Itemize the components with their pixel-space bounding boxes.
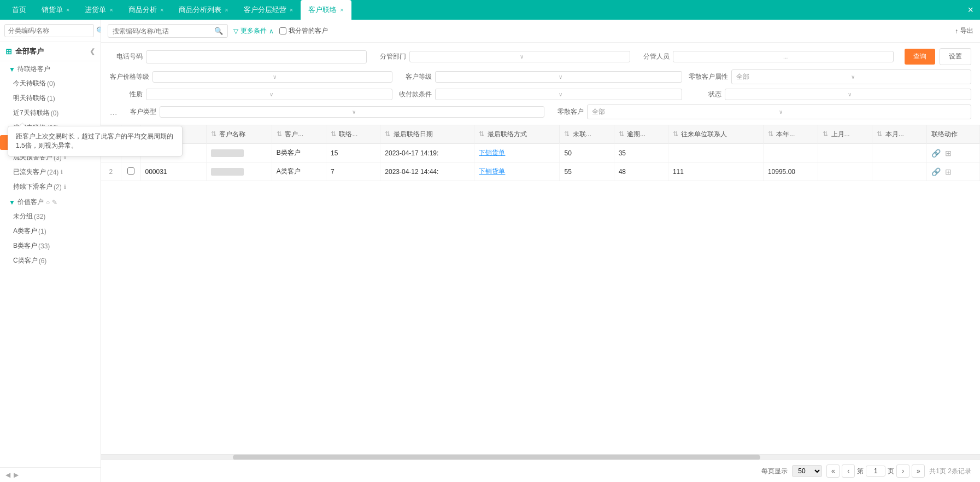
payment-dropdown-icon: ∨ <box>559 91 677 97</box>
col-header-overdue: ⇅ 逾期... <box>614 125 668 144</box>
nav-home[interactable]: 首页 <box>4 0 34 20</box>
price-level-select[interactable]: ∨ <box>152 71 392 83</box>
nav-sales-close[interactable]: × <box>66 7 69 13</box>
more-conditions-btn[interactable]: ▽ 更多条件 ∧ <box>233 26 274 36</box>
row-last-method: 下销货单 <box>474 162 560 181</box>
my-customers-checkbox[interactable] <box>279 27 286 34</box>
row-name <box>206 162 272 181</box>
col-header-last-method: ⇅ 最后联络方式 <box>474 125 560 144</box>
sidebar-item-today[interactable]: 今天待联络 (0) <box>0 76 101 91</box>
row-this-year <box>763 144 818 162</box>
first-page-btn[interactable]: « <box>826 464 840 478</box>
sidebar-search-input[interactable] <box>4 24 94 37</box>
left-arrow-icon[interactable]: ◀ <box>5 471 10 479</box>
sort-icon-overdue: ⇅ <box>619 130 624 138</box>
sidebar-item-7days[interactable]: 近7天待联络 (0) <box>0 106 101 120</box>
close-all-tabs[interactable]: × <box>967 4 973 16</box>
export-button[interactable]: ↑ 导出 <box>955 26 973 36</box>
grid-action-icon[interactable]: ⊞ <box>945 149 952 158</box>
filter-expand-dots[interactable]: ... <box>110 107 117 117</box>
link-action-icon[interactable]: 🔗 <box>931 167 941 176</box>
all-customers-header[interactable]: ⊞ 全部客户 ❮ <box>0 42 101 61</box>
next-page-btn[interactable]: › <box>896 464 909 478</box>
collapse-icon: ❮ <box>90 48 95 55</box>
sidebar-item-tomorrow[interactable]: 明天待联络 (1) <box>0 91 101 106</box>
sidebar-item-class-b[interactable]: B类客户 (33) <box>0 239 101 253</box>
sidebar-search-icon[interactable]: 🔍 <box>96 26 101 35</box>
row-num: 2 <box>101 162 121 181</box>
sidebar-item-churned[interactable]: 已流失客户 (24) ℹ <box>0 165 101 179</box>
main-search-input[interactable] <box>113 27 214 35</box>
row-this-month <box>872 162 926 181</box>
nav-purchase-close[interactable]: × <box>109 7 113 13</box>
nav-analysis-close[interactable]: × <box>160 7 163 13</box>
sort-icon-tmonth: ⇅ <box>877 130 882 138</box>
manager-select[interactable]: ... <box>673 51 894 62</box>
top-navigation: 首页 销货单 × 进货单 × 商品分析 × 商品分析列表 × 客户分层经营 × … <box>0 0 980 20</box>
grid-action-icon[interactable]: ⊞ <box>945 167 952 176</box>
page-number-input[interactable] <box>866 466 885 477</box>
gender-dropdown-icon: ∨ <box>269 91 388 97</box>
payment-select[interactable]: ∨ <box>435 89 682 100</box>
sidebar-item-class-a[interactable]: A类客户 (1) <box>0 224 101 239</box>
filter-bar: 🔍 ▽ 更多条件 ∧ 我分管的客户 ↑ 导出 <box>101 20 980 43</box>
nav-customer-tier[interactable]: 客户分层经营 × <box>236 0 301 20</box>
customer-level-select[interactable]: ∨ <box>435 71 682 83</box>
edit-icon[interactable]: ○ <box>46 199 50 206</box>
sidebar-item-declining[interactable]: 持续下滑客户 (2) ℹ <box>0 179 101 194</box>
filter-cell-dept: 分管部门 ∨ <box>373 51 630 62</box>
pencil-icon[interactable]: ✎ <box>52 199 57 206</box>
filter-row-3: 性质 ∨ 收付款条件 ∨ 状态 <box>110 89 971 100</box>
gender-select[interactable]: ∨ <box>146 89 392 100</box>
row-last-date: 2023-04-12 14:44: <box>380 162 474 181</box>
nav-customer-tier-close[interactable]: × <box>290 7 293 13</box>
content-area: 🔍 ▽ 更多条件 ∧ 我分管的客户 ↑ 导出 电话号码 <box>101 20 980 482</box>
sort-icon-type: ⇅ <box>277 130 282 138</box>
dept-dropdown-icon: ∨ <box>520 54 625 60</box>
customer-level-dropdown-icon: ∨ <box>559 74 677 80</box>
last-page-btn[interactable]: » <box>912 464 925 478</box>
main-search-icon[interactable]: 🔍 <box>214 27 223 35</box>
filter-cell-phone: 电话号码 <box>110 50 367 63</box>
phone-input[interactable] <box>146 50 367 63</box>
sidebar-item-class-c[interactable]: C类客户 (6) <box>0 253 101 268</box>
row-this-year: 10995.00 <box>763 162 818 181</box>
right-arrow-icon[interactable]: ▶ <box>14 471 19 479</box>
per-page-select[interactable]: 50 100 200 <box>792 465 822 477</box>
nav-customer-contact-close[interactable]: × <box>340 7 343 13</box>
info-icon-churned[interactable]: ℹ <box>61 169 63 175</box>
data-table-wrap: ⚙ ⇅ 客户编码 ⇅ 客户名称 <box>101 125 980 454</box>
query-button[interactable]: 查询 <box>905 49 935 65</box>
info-icon-declining[interactable]: ℹ <box>64 184 66 190</box>
row-last-month <box>818 162 872 181</box>
nav-purchase[interactable]: 进货单 × <box>77 0 120 20</box>
nav-sales[interactable]: 销货单 × <box>34 0 77 20</box>
pending-contact-header[interactable]: ▼ 待联络客户 <box>0 61 101 76</box>
retail-attr-select[interactable]: 全部 ∨ <box>731 69 971 84</box>
sidebar-item-ungroup[interactable]: 未分组 (32) <box>0 209 101 224</box>
row-last-month <box>818 144 872 162</box>
nav-analysis-list-close[interactable]: × <box>225 7 228 13</box>
my-customers-filter[interactable]: 我分管的客户 <box>279 26 328 36</box>
dept-select[interactable]: ∨ <box>409 51 630 62</box>
prev-page-btn[interactable]: ‹ <box>842 464 855 478</box>
nav-customer-contact[interactable]: 客户联络 × <box>301 0 351 20</box>
link-action-icon[interactable]: 🔗 <box>931 149 941 158</box>
row-contact: 7 <box>326 162 380 181</box>
nav-analysis[interactable]: 商品分析 × <box>121 0 171 20</box>
customer-type-select[interactable]: ∨ <box>160 106 544 118</box>
row-name <box>206 144 272 162</box>
col-header-name: ⇅ 客户名称 <box>206 125 272 144</box>
filter-cell-status: 状态 ∨ <box>689 89 971 100</box>
row-check[interactable] <box>121 162 140 181</box>
value-customer-group[interactable]: ▼ 价值客户 ○ ✎ <box>0 194 101 209</box>
nav-analysis-list[interactable]: 商品分析列表 × <box>171 0 236 20</box>
filter-cell-price-level: 客户价格等级 ∨ <box>110 71 392 83</box>
settings-button[interactable]: 设置 <box>940 48 971 65</box>
sidebar-section: ⊞ 全部客户 ❮ ▼ 待联络客户 今天待联络 (0) 明天待联络 (1) 近7天… <box>0 42 101 467</box>
sidebar: 🔍 ⊞ 全部客户 ❮ ▼ 待联络客户 今天待联络 (0) 明天待联络 (1) 近… <box>0 20 101 482</box>
horizontal-scrollbar[interactable] <box>101 454 980 460</box>
status-select[interactable]: ∨ <box>725 89 971 100</box>
retail-customer-select[interactable]: 全部 ∨ <box>587 104 971 119</box>
status-dropdown-icon: ∨ <box>848 91 966 97</box>
